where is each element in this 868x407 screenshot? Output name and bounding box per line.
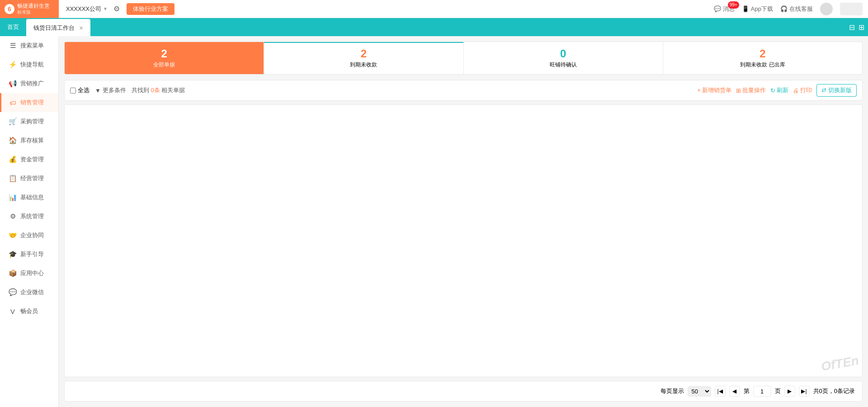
new-order-button[interactable]: + 新增销货单 bbox=[697, 86, 731, 94]
select-all-input[interactable] bbox=[70, 88, 76, 94]
total-info: 共0页，0条记录 bbox=[813, 387, 855, 395]
tab-home[interactable]: 首页 bbox=[0, 18, 26, 36]
username-display bbox=[840, 3, 863, 15]
summary-tab-wangpu[interactable]: 0 旺铺待确认 bbox=[464, 42, 663, 74]
logo-title: 畅捷通好生意 bbox=[17, 3, 50, 9]
sidebar-item-appstore[interactable]: 📦 应用中心 bbox=[0, 264, 58, 283]
sidebar-item-search[interactable]: ☰ 搜索菜单 bbox=[0, 36, 58, 55]
print-button[interactable]: 🖨 打印 bbox=[793, 86, 812, 94]
sidebar-label-system: 系统管理 bbox=[20, 212, 44, 220]
finance-icon: 💰 bbox=[9, 155, 17, 164]
sidebar-item-guide[interactable]: 🎓 新手引导 bbox=[0, 245, 58, 264]
summary-tab-all-label: 全部单据 bbox=[68, 61, 260, 69]
sidebar-item-wechat[interactable]: 💬 企业微信 bbox=[0, 283, 58, 302]
sidebar-label-basic-info: 基础信息 bbox=[20, 193, 44, 201]
tab-bar: 首页 钱货日清工作台 ✕ ⊟ ⊞ bbox=[0, 18, 868, 36]
first-page-button[interactable]: |◀ bbox=[715, 386, 726, 397]
filter-icon: ▼ bbox=[95, 87, 101, 94]
header-right: 💬 消息 99+ 📱 App下载 🎧 在线客服 bbox=[714, 3, 863, 15]
headset-icon: 🎧 bbox=[780, 5, 788, 12]
logo-sub: 标准版 bbox=[17, 9, 50, 15]
pagination: 每页显示 50 100 200 |◀ ◀ 第 页 ▶ ▶| 共0页，0条记录 bbox=[64, 381, 863, 402]
logo-text-block: 畅捷通好生意 标准版 bbox=[17, 3, 50, 14]
sidebar-item-operations[interactable]: 📋 经营管理 bbox=[0, 169, 58, 188]
company-selector[interactable]: XXXXXX公司 ▼ bbox=[66, 5, 108, 13]
online-service-label: 在线客服 bbox=[789, 5, 813, 13]
sidebar: ☰ 搜索菜单 ⚡ 快捷导航 📢 营销推广 🏷 销售管理 🛒 采购管理 🏠 库存核… bbox=[0, 36, 59, 407]
summary-tab-all[interactable]: 2 全部单据 bbox=[65, 42, 264, 74]
filter-button[interactable]: ▼ 更多条件 bbox=[95, 86, 126, 94]
switch-icon: ⇄ bbox=[821, 87, 826, 94]
operations-icon: 📋 bbox=[9, 174, 17, 182]
per-page-select[interactable]: 50 100 200 bbox=[688, 386, 711, 397]
switch-version-button[interactable]: ⇄ 切换新版 bbox=[816, 84, 857, 97]
found-prefix: 共找到 bbox=[132, 87, 149, 94]
member-icon: V bbox=[9, 308, 17, 315]
summary-tabs: 2 全部单据 2 到期未收款 0 旺铺待确认 2 到期未收款 已出库 bbox=[64, 42, 863, 75]
logo-area: 6 畅捷通好生意 标准版 bbox=[0, 0, 59, 18]
found-count: 0条 bbox=[151, 87, 160, 94]
content-area: 2 全部单据 2 到期未收款 0 旺铺待确认 2 到期未收款 已出库 bbox=[59, 36, 868, 407]
maximize-icon[interactable]: ⊞ bbox=[859, 23, 864, 32]
tab-home-label: 首页 bbox=[7, 23, 19, 31]
summary-tab-wangpu-number: 0 bbox=[467, 47, 659, 60]
sidebar-item-basic-info[interactable]: 📊 基础信息 bbox=[0, 188, 58, 207]
last-page-button[interactable]: ▶| bbox=[799, 386, 810, 397]
prev-page-button[interactable]: ◀ bbox=[729, 386, 740, 397]
sidebar-item-system[interactable]: ⚙ 系统管理 bbox=[0, 207, 58, 226]
sidebar-item-inventory[interactable]: 🏠 库存核算 bbox=[0, 131, 58, 150]
main-layout: ☰ 搜索菜单 ⚡ 快捷导航 📢 营销推广 🏷 销售管理 🛒 采购管理 🏠 库存核… bbox=[0, 36, 868, 407]
batch-operation-button[interactable]: ⊞ 批量操作 bbox=[736, 86, 766, 94]
sidebar-label-appstore: 应用中心 bbox=[20, 269, 44, 277]
refresh-button[interactable]: ↻ 刷新 bbox=[770, 86, 788, 94]
inventory-icon: 🏠 bbox=[9, 136, 17, 145]
sidebar-label-quicknav: 快捷导航 bbox=[20, 61, 44, 69]
message-button[interactable]: 💬 消息 99+ bbox=[714, 5, 735, 13]
found-text: 共找到 0条 相关单据 bbox=[132, 86, 185, 94]
sidebar-label-sales: 销售管理 bbox=[20, 98, 44, 107]
sidebar-item-enterprise[interactable]: 🤝 企业协同 bbox=[0, 226, 58, 245]
summary-tab-overdue[interactable]: 2 到期未收款 bbox=[264, 42, 463, 74]
top-header: 6 畅捷通好生意 标准版 XXXXXX公司 ▼ ⚙ 体验行业方案 💬 消息 99… bbox=[0, 0, 868, 18]
print-label: 打印 bbox=[800, 86, 812, 94]
page-number-input[interactable] bbox=[753, 386, 771, 397]
tab-close-icon[interactable]: ✕ bbox=[79, 25, 83, 31]
next-page-button[interactable]: ▶ bbox=[784, 386, 795, 397]
app-download-button[interactable]: 📱 App下载 bbox=[742, 5, 773, 13]
summary-tab-overdue-label: 到期未收款 bbox=[268, 61, 459, 69]
print-icon: 🖨 bbox=[793, 87, 799, 94]
tab-bar-right: ⊟ ⊞ bbox=[849, 23, 868, 32]
minimize-icon[interactable]: ⊟ bbox=[849, 23, 855, 32]
trial-button[interactable]: 体验行业方案 bbox=[127, 3, 175, 15]
summary-tab-outstock[interactable]: 2 到期未收款 已出库 bbox=[663, 42, 862, 74]
online-service-button[interactable]: 🎧 在线客服 bbox=[780, 5, 813, 13]
filter-label: 更多条件 bbox=[103, 86, 126, 94]
refresh-icon: ↻ bbox=[770, 87, 775, 94]
sidebar-item-marketing[interactable]: 📢 营销推广 bbox=[0, 74, 58, 93]
settings-icon[interactable]: ⚙ bbox=[111, 4, 122, 14]
quicknav-icon: ⚡ bbox=[9, 61, 17, 69]
sidebar-item-finance[interactable]: 💰 资金管理 bbox=[0, 150, 58, 169]
sales-icon: 🏷 bbox=[9, 99, 17, 107]
system-icon: ⚙ bbox=[9, 212, 17, 220]
summary-tab-outstock-number: 2 bbox=[667, 47, 859, 60]
tab-workbench[interactable]: 钱货日清工作台 ✕ bbox=[26, 19, 90, 37]
sidebar-label-operations: 经营管理 bbox=[20, 174, 44, 182]
purchase-icon: 🛒 bbox=[9, 117, 17, 126]
sidebar-item-sales[interactable]: 🏷 销售管理 bbox=[0, 93, 58, 112]
guide-icon: 🎓 bbox=[9, 250, 17, 258]
message-badge: 99+ bbox=[728, 1, 739, 9]
sidebar-label-enterprise: 企业协同 bbox=[20, 231, 44, 239]
sidebar-item-member[interactable]: V 畅会员 bbox=[0, 302, 58, 321]
basic-info-icon: 📊 bbox=[9, 193, 17, 201]
refresh-label: 刷新 bbox=[777, 86, 788, 94]
message-icon: 💬 bbox=[714, 5, 721, 12]
found-suffix: 相关单据 bbox=[161, 87, 185, 94]
select-all-checkbox[interactable]: 全选 bbox=[70, 86, 90, 94]
avatar[interactable] bbox=[820, 3, 833, 15]
sidebar-item-quicknav[interactable]: ⚡ 快捷导航 bbox=[0, 55, 58, 74]
summary-tab-all-number: 2 bbox=[68, 47, 260, 60]
wechat-icon: 💬 bbox=[9, 288, 17, 296]
summary-tab-wangpu-label: 旺铺待确认 bbox=[467, 61, 659, 69]
sidebar-item-purchase[interactable]: 🛒 采购管理 bbox=[0, 112, 58, 131]
